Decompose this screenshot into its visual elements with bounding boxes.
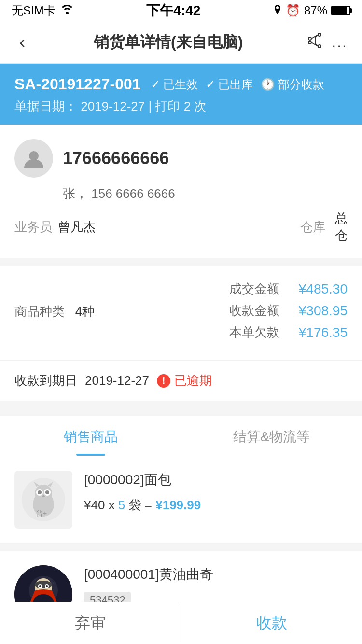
amount-label: 成交金额 — [229, 280, 279, 297]
owl-logo: 普+ — [14, 471, 72, 529]
alarm-icon: ⏰ — [286, 4, 300, 17]
stats-right: 成交金额 ¥485.30 收款金额 ¥308.95 本单欠款 ¥176.35 — [229, 280, 348, 346]
salesperson-label: 业务员 — [14, 219, 58, 236]
order-date: 单据日期： 2019-12-27 | 打印 2 次 — [14, 98, 348, 115]
product-info-1: [0000002]面包 ¥40 x 5 袋 = ¥199.99 — [84, 471, 348, 514]
arrears-value: ¥176.35 — [299, 325, 348, 340]
product-item: 普+ [0000002]面包 ¥40 x 5 袋 = ¥199.99 — [0, 456, 362, 543]
tabs-row: 销售商品 结算&物流等 — [0, 416, 362, 456]
badge-activated: ✓ 已生效 — [151, 77, 198, 92]
check-icon-2: ✓ — [206, 78, 215, 91]
status-bar: 无SIM卡 下午4:42 ⏰ 87% — [0, 0, 362, 21]
clock-icon: 🕐 — [261, 78, 275, 91]
product-name-1: [0000002]面包 — [84, 471, 348, 489]
payment-label: 收款金额 — [229, 302, 279, 319]
product-total-1: ¥199.99 — [155, 498, 201, 512]
share-icon[interactable] — [306, 33, 322, 52]
customer-info-row: 业务员 曾凡杰 仓库 总仓 — [14, 210, 348, 244]
page-title: 销货单详情(来自电脑) — [30, 32, 306, 53]
product-name-2: [000400001]黄油曲奇 — [84, 565, 348, 584]
overdue-text: 已逾期 — [174, 372, 212, 389]
carrier-label: 无SIM卡 — [12, 3, 56, 18]
status-left: 无SIM卡 — [12, 3, 74, 18]
due-section: 收款到期日 2019-12-27 ! 已逾期 — [0, 360, 362, 401]
status-right: ⏰ 87% — [273, 4, 350, 17]
nav-bar: ‹ 销货单详情(来自电脑) ... — [0, 21, 362, 64]
tabs-section: 销售商品 结算&物流等 — [0, 416, 362, 456]
arrears-row: 本单欠款 ¥176.35 — [229, 324, 348, 341]
svg-text:普+: 普+ — [36, 509, 47, 517]
stats-left: 商品种类 4种 — [14, 303, 95, 323]
svg-point-21 — [46, 585, 48, 587]
location-icon — [273, 4, 282, 17]
order-header-top: SA-20191227-001 ✓ 已生效 ✓ 已出库 🕐 部分收款 — [14, 75, 348, 93]
confirm-button[interactable]: 收款 — [181, 603, 362, 644]
tab-sales-products[interactable]: 销售商品 — [0, 416, 181, 456]
bottom-bar: 弃审 收款 — [0, 602, 362, 644]
salesperson-value: 曾凡杰 — [58, 219, 271, 236]
svg-point-6 — [38, 490, 42, 494]
order-header: SA-20191227-001 ✓ 已生效 ✓ 已出库 🕐 部分收款 单据日期：… — [0, 64, 362, 125]
warehouse-label: 仓库 — [300, 219, 329, 236]
nav-actions: ... — [306, 33, 348, 52]
order-number: SA-20191227-001 — [14, 75, 141, 93]
avatar — [14, 139, 53, 178]
tab-settlement[interactable]: 结算&物流等 — [181, 416, 362, 456]
stats-section: 商品种类 4种 成交金额 ¥485.30 收款金额 ¥308.95 本单欠款 ¥… — [0, 266, 362, 360]
amount-value: ¥485.30 — [299, 281, 348, 297]
overdue-icon: ! — [157, 374, 170, 388]
customer-row: 17666666666 — [14, 139, 348, 178]
status-time: 下午4:42 — [146, 1, 200, 20]
product-qty-1: 5 — [118, 498, 125, 512]
payment-row: 收款金额 ¥308.95 — [229, 302, 348, 319]
customer-name: 张， 156 6666 6666 — [63, 185, 348, 202]
more-icon[interactable]: ... — [332, 33, 348, 51]
arrears-label: 本单欠款 — [229, 324, 279, 341]
cancel-button[interactable]: 弃审 — [0, 603, 181, 644]
product-types: 商品种类 4种 — [14, 303, 95, 320]
divider-2 — [0, 401, 362, 408]
due-date-value: 2019-12-27 — [85, 373, 149, 388]
due-date-label: 收款到期日 — [14, 372, 77, 389]
customer-phone: 17666666666 — [63, 148, 169, 168]
svg-point-15 — [35, 581, 52, 588]
badge-shipped: ✓ 已出库 — [206, 77, 253, 92]
order-badges: ✓ 已生效 ✓ 已出库 🕐 部分收款 — [151, 77, 324, 92]
customer-section: 17666666666 张， 156 6666 6666 业务员 曾凡杰 仓库 … — [0, 125, 362, 258]
svg-point-7 — [45, 490, 49, 494]
divider-1 — [0, 258, 362, 266]
amount-row: 成交金额 ¥485.30 — [229, 280, 348, 297]
back-button[interactable]: ‹ — [14, 28, 30, 57]
wifi-icon — [60, 4, 74, 17]
check-icon-1: ✓ — [151, 78, 160, 91]
payment-value: ¥308.95 — [299, 303, 348, 319]
battery-percent: 87% — [304, 4, 327, 17]
battery-icon — [331, 6, 350, 15]
warehouse-value: 总仓 — [335, 210, 348, 244]
product-price-1: ¥40 x 5 袋 = ¥199.99 — [84, 497, 348, 514]
overdue-badge: ! 已逾期 — [157, 372, 212, 389]
svg-point-20 — [39, 585, 41, 587]
product-thumb-1: 普+ — [14, 471, 72, 529]
badge-partial-payment: 🕐 部分收款 — [261, 77, 324, 92]
